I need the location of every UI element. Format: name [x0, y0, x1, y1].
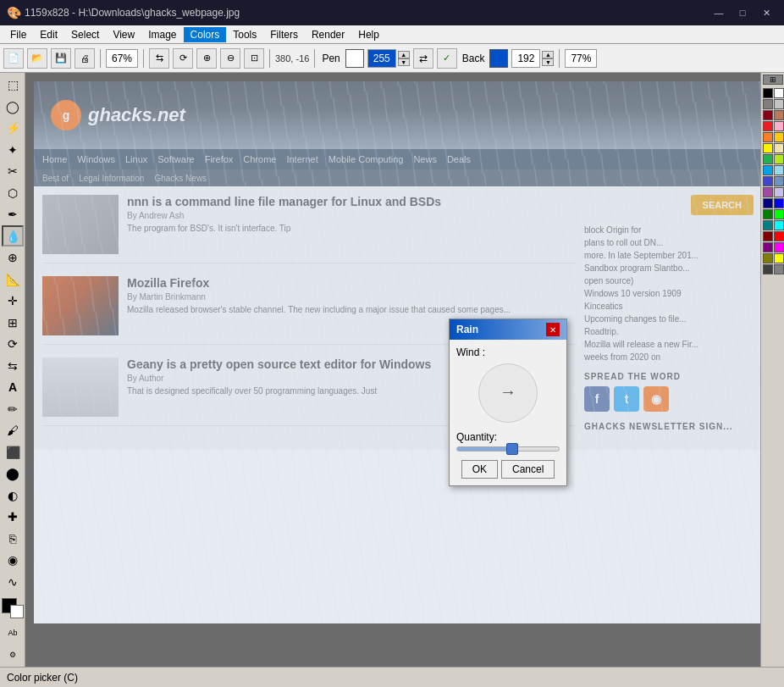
nav-chrome[interactable]: Chrome: [243, 154, 276, 164]
swatch-0[interactable]: [763, 88, 773, 98]
subnav-news[interactable]: Ghacks News: [154, 174, 207, 183]
close-button[interactable]: ✕: [755, 4, 777, 21]
swatch-11[interactable]: [774, 143, 784, 153]
menu-filters[interactable]: Filters: [263, 27, 305, 42]
tb-zoom-fit[interactable]: ⊡: [244, 48, 264, 69]
swatch-12[interactable]: [763, 154, 773, 164]
tool-zoom[interactable]: ⊕: [2, 247, 24, 268]
swatch-33[interactable]: [774, 264, 784, 274]
swatch-19[interactable]: [774, 187, 784, 197]
tool-free-select[interactable]: ⚡: [2, 118, 24, 138]
tool-flip[interactable]: ⇆: [2, 355, 24, 375]
nav-mobile[interactable]: Mobile Computing: [329, 154, 404, 164]
swatch-20[interactable]: [763, 198, 773, 208]
tool-clone[interactable]: ⎘: [2, 528, 24, 548]
menu-file[interactable]: File: [3, 27, 33, 42]
wind-indicator[interactable]: ←: [478, 363, 538, 423]
swatch-30[interactable]: [763, 253, 773, 263]
tb-flip-h[interactable]: ⇆: [149, 48, 169, 69]
tool-fg-select[interactable]: ⬡: [2, 182, 24, 202]
swatch-28[interactable]: [763, 242, 773, 252]
canvas-area[interactable]: g ghacks.net Home Windows Linux Software…: [25, 73, 760, 667]
subnav-bestof[interactable]: Best of: [42, 174, 69, 183]
tb-new[interactable]: 📄: [3, 48, 24, 69]
nav-firefox[interactable]: Firefox: [205, 154, 234, 164]
tool-smudge[interactable]: ∿: [2, 571, 24, 591]
nav-software[interactable]: Software: [157, 154, 194, 164]
swatch-9[interactable]: [774, 132, 784, 142]
pen-opacity-input[interactable]: [367, 49, 396, 68]
slider-thumb[interactable]: [506, 443, 518, 455]
nav-news[interactable]: News: [413, 154, 437, 164]
tool-eraser[interactable]: ⬛: [2, 441, 24, 462]
tb-save[interactable]: 💾: [51, 48, 71, 69]
swatch-13[interactable]: [774, 154, 784, 164]
tool-move[interactable]: ✛: [2, 291, 24, 311]
tool-align[interactable]: ⊞: [2, 312, 24, 332]
tool-pencil[interactable]: ✏: [2, 398, 24, 418]
swatch-26[interactable]: [763, 231, 773, 241]
swatch-32[interactable]: [763, 264, 773, 274]
zoom-input[interactable]: [106, 49, 138, 68]
menu-edit[interactable]: Edit: [33, 27, 64, 42]
swatch-29[interactable]: [774, 242, 784, 252]
palette-menu-btn[interactable]: ⊞: [763, 75, 783, 85]
tool-color-picker[interactable]: 💧: [2, 225, 24, 247]
quantity-slider[interactable]: [456, 446, 560, 452]
swatch-8[interactable]: [763, 132, 773, 142]
tool-transform[interactable]: ⟳: [2, 334, 24, 354]
swatch-25[interactable]: [774, 220, 784, 230]
tool-text[interactable]: A: [2, 377, 24, 397]
search-button[interactable]: SEARCH: [691, 195, 754, 215]
tool-paint[interactable]: 🖌: [2, 420, 24, 440]
swatch-14[interactable]: [763, 165, 773, 175]
back-opacity-input[interactable]: [511, 49, 540, 68]
menu-help[interactable]: Help: [351, 27, 386, 42]
tb-zoom-out[interactable]: ⊖: [220, 48, 240, 69]
back-down[interactable]: ▼: [542, 58, 554, 66]
tb-swap[interactable]: ⇄: [413, 48, 433, 69]
nav-windows[interactable]: Windows: [77, 154, 115, 164]
swatch-23[interactable]: [774, 209, 784, 219]
tb-zoom-in[interactable]: ⊕: [196, 48, 217, 69]
swatch-4[interactable]: [763, 110, 773, 120]
menu-select[interactable]: Select: [64, 27, 106, 42]
maximize-button[interactable]: □: [732, 4, 754, 21]
fg-color-tb[interactable]: [345, 49, 364, 68]
nav-internet[interactable]: Internet: [286, 154, 317, 164]
tool-dodge[interactable]: ◐: [2, 485, 24, 505]
tool-extra2[interactable]: ⚙: [2, 644, 24, 664]
swatch-17[interactable]: [774, 176, 784, 186]
back-color[interactable]: [489, 49, 508, 68]
pen-up[interactable]: ▲: [398, 51, 410, 58]
rss-button[interactable]: ◉: [643, 386, 669, 412]
swatch-5[interactable]: [774, 110, 784, 120]
menu-tools[interactable]: Tools: [226, 27, 263, 42]
dialog-close-button[interactable]: ✕: [546, 323, 560, 336]
tb-check[interactable]: ✓: [437, 48, 457, 69]
swatch-10[interactable]: [763, 143, 773, 153]
ok-button[interactable]: OK: [461, 460, 498, 479]
swatch-6[interactable]: [763, 121, 773, 131]
tool-bucket[interactable]: ⬤: [2, 463, 24, 484]
swatch-31[interactable]: [774, 253, 784, 263]
swatch-7[interactable]: [774, 121, 784, 131]
minimize-button[interactable]: —: [708, 4, 730, 21]
tool-extra1[interactable]: Ab: [2, 623, 24, 643]
tool-measure[interactable]: 📐: [2, 269, 24, 289]
menu-colors[interactable]: Colors: [184, 27, 227, 42]
swatch-3[interactable]: [774, 99, 784, 109]
tool-ellipse-select[interactable]: ◯: [2, 96, 24, 116]
swatch-24[interactable]: [763, 220, 773, 230]
swatch-1[interactable]: [774, 88, 784, 98]
nav-linux[interactable]: Linux: [125, 154, 147, 164]
back-up[interactable]: ▲: [542, 51, 554, 58]
subnav-legal[interactable]: Legal Information: [79, 174, 144, 183]
tb-rotate[interactable]: ⟳: [173, 48, 193, 69]
opacity-input[interactable]: [565, 49, 597, 68]
pen-down[interactable]: ▼: [398, 58, 410, 66]
tool-fuzzy-select[interactable]: ✦: [2, 139, 24, 159]
swatch-27[interactable]: [774, 231, 784, 241]
menu-view[interactable]: View: [106, 27, 141, 42]
swatch-16[interactable]: [763, 176, 773, 186]
